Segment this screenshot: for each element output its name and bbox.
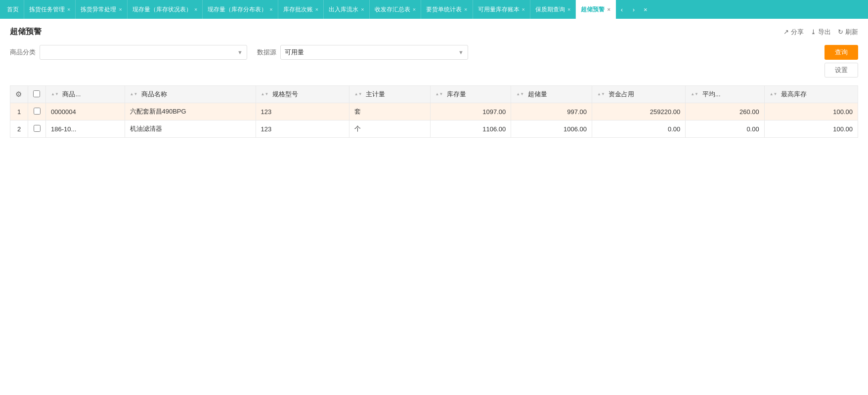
export-button[interactable]: ⤓ 导出 — [811, 28, 831, 37]
th-product-code: ▲▼ 商品... — [46, 86, 125, 103]
query-buttons: 查询 设置 — [825, 45, 858, 78]
category-select[interactable]: ▼ — [40, 45, 247, 60]
nav-tab-batch-account-label: 库存批次账 — [283, 5, 313, 14]
close-icon[interactable]: × — [567, 6, 570, 12]
share-button[interactable]: ↗ 分享 — [783, 28, 804, 37]
page-title: 超储预警 — [10, 27, 42, 37]
nav-tab-inout-flow[interactable]: 出入库流水 × — [324, 0, 369, 19]
refresh-icon: ↻ — [838, 28, 843, 36]
close-icon[interactable]: × — [119, 6, 122, 12]
datasource-select[interactable]: 可用量 ▼ — [280, 45, 468, 60]
table-row: 2 186-10... 机油滤清器 123 个 1106.00 1006.00 … — [10, 120, 858, 138]
nav-tab-inventory-dist[interactable]: 现存量（库存分布表） × — [203, 0, 278, 19]
settings-button[interactable]: 设置 — [825, 63, 858, 78]
nav-tab-inventory-dist-label: 现存量（库存分布表） — [208, 5, 267, 14]
nav-tab-task-mgmt[interactable]: 拣货任务管理 × — [24, 0, 76, 19]
sort-icon[interactable]: ▲▼ — [261, 92, 269, 97]
export-icon: ⤓ — [811, 28, 816, 36]
data-table: ⚙ ▲▼ 商品... ▲▼ 商品名称 ▲▼ 规格型号 ▲▼ — [10, 85, 858, 138]
close-icon[interactable]: × — [522, 6, 525, 12]
td-over-stock-1: 997.00 — [511, 103, 592, 120]
nav-tab-available-account[interactable]: 可用量库存账本 × — [473, 0, 530, 19]
nav-close-arrow[interactable]: × — [640, 0, 651, 19]
nav-next-arrow[interactable]: › — [628, 0, 640, 19]
sort-icon[interactable]: ▲▼ — [691, 92, 698, 97]
sort-icon[interactable]: ▲▼ — [435, 92, 443, 97]
td-unit-1: 套 — [349, 103, 430, 120]
td-unit-2: 个 — [349, 120, 430, 138]
nav-tab-recv-send-label: 收发存汇总表 — [375, 5, 410, 14]
th-gear: ⚙ — [10, 86, 28, 103]
td-avg-1: 260.00 — [686, 103, 765, 120]
nav-tab-overstock[interactable]: 超储预警 × — [576, 0, 615, 19]
td-spec-1: 123 — [256, 103, 349, 120]
close-icon[interactable]: × — [315, 6, 318, 12]
th-spec: ▲▼ 规格型号 — [256, 86, 349, 103]
close-icon[interactable]: × — [607, 6, 610, 12]
th-product-name: ▲▼ 商品名称 — [125, 86, 256, 103]
th-avg: ▲▼ 平均... — [686, 86, 765, 103]
close-icon[interactable]: × — [413, 6, 416, 12]
close-icon[interactable]: × — [67, 6, 70, 12]
nav-tab-abnormal-label: 拣货异常处理 — [81, 5, 116, 14]
nav-tab-inventory-status[interactable]: 现存量（库存状况表） × — [128, 0, 203, 19]
nav-tab-task-mgmt-label: 拣货任务管理 — [29, 5, 65, 14]
nav-tab-quality-check[interactable]: 保质期查询 × — [530, 0, 576, 19]
sort-icon[interactable]: ▲▼ — [516, 92, 524, 97]
th-over-stock-label: 超储量 — [528, 90, 547, 98]
th-max-stock: ▲▼ 最高库存 — [764, 86, 858, 103]
nav-tab-order-stats[interactable]: 要货单统计表 × — [421, 0, 473, 19]
nav-tab-inventory-status-label: 现存量（库存状况表） — [132, 5, 192, 14]
sort-icon[interactable]: ▲▼ — [51, 92, 59, 97]
td-checkbox-1 — [28, 103, 46, 120]
th-product-code-label: 商品... — [62, 90, 81, 98]
top-navigation: 首页 拣货任务管理 × 拣货异常处理 × 现存量（库存状况表） × 现存量（库存… — [0, 0, 868, 19]
th-unit: ▲▼ 主计量 — [349, 86, 430, 103]
td-product-code-1: 0000004 — [46, 103, 125, 120]
refresh-button[interactable]: ↻ 刷新 — [838, 28, 858, 37]
export-label: 导出 — [818, 28, 831, 37]
th-checkbox — [28, 86, 46, 103]
th-product-name-label: 商品名称 — [141, 90, 167, 98]
nav-tab-home[interactable]: 首页 — [2, 0, 24, 19]
category-filter: 商品分类 ▼ — [10, 45, 247, 60]
close-icon[interactable]: × — [194, 6, 197, 12]
nav-tab-abnormal[interactable]: 拣货异常处理 × — [76, 0, 127, 19]
nav-tab-batch-account[interactable]: 库存批次账 × — [278, 0, 324, 19]
td-index-2: 2 — [10, 120, 28, 138]
close-icon[interactable]: × — [269, 6, 272, 12]
table-header-row: ⚙ ▲▼ 商品... ▲▼ 商品名称 ▲▼ 规格型号 ▲▼ — [10, 86, 858, 103]
row-checkbox[interactable] — [34, 125, 41, 132]
query-button[interactable]: 查询 — [825, 45, 858, 60]
td-product-code-2: 186-10... — [46, 120, 125, 138]
gear-icon[interactable]: ⚙ — [15, 90, 22, 98]
share-label: 分享 — [791, 28, 804, 37]
close-icon[interactable]: × — [361, 6, 364, 12]
nav-prev-arrow[interactable]: ‹ — [616, 0, 628, 19]
chevron-down-icon: ▼ — [237, 49, 243, 55]
filter-bar: 商品分类 ▼ 数据源 可用量 ▼ — [10, 45, 815, 60]
nav-tab-home-label: 首页 — [7, 5, 19, 14]
select-all-checkbox[interactable] — [33, 90, 40, 97]
th-stock-label: 库存量 — [447, 90, 466, 98]
sort-icon[interactable]: ▲▼ — [770, 92, 778, 97]
nav-tab-overstock-label: 超储预警 — [581, 5, 605, 14]
td-max-stock-1: 100.00 — [764, 103, 858, 120]
nav-tab-quality-check-label: 保质期查询 — [535, 5, 565, 14]
sort-icon[interactable]: ▲▼ — [597, 92, 605, 97]
sort-icon[interactable]: ▲▼ — [130, 92, 138, 97]
share-icon: ↗ — [783, 28, 789, 36]
datasource-select-value: 可用量 — [285, 48, 304, 57]
td-max-stock-2: 100.00 — [764, 120, 858, 138]
th-max-stock-label: 最高库存 — [781, 90, 807, 98]
td-checkbox-2 — [28, 120, 46, 138]
sort-icon[interactable]: ▲▼ — [354, 92, 362, 97]
th-capital: ▲▼ 资金占用 — [592, 86, 685, 103]
row-checkbox[interactable] — [34, 108, 41, 115]
th-avg-label: 平均... — [702, 90, 721, 98]
page-actions: ↗ 分享 ⤓ 导出 ↻ 刷新 — [783, 28, 858, 37]
nav-tab-recv-send[interactable]: 收发存汇总表 × — [370, 0, 421, 19]
close-icon[interactable]: × — [464, 6, 467, 12]
td-product-name-2: 机油滤清器 — [125, 120, 256, 138]
nav-tab-inout-flow-label: 出入库流水 — [329, 5, 358, 14]
